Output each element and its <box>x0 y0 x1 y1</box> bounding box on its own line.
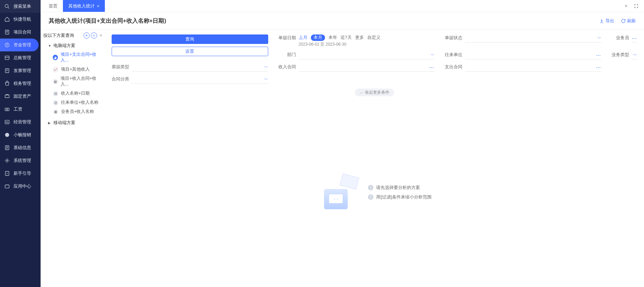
close-all-icon[interactable]: × <box>622 2 630 10</box>
svg-rect-14 <box>5 185 9 188</box>
more-icon[interactable]: ⋯ <box>632 36 637 41</box>
income-contract-select[interactable]: ⋯ <box>299 64 435 72</box>
sidebar-item-label: 发票管理 <box>14 68 31 74</box>
sidebar-item-xiaochang[interactable]: 小畅报销 <box>0 128 41 141</box>
sidebar-item-tax[interactable]: 税务管理 <box>0 77 41 90</box>
fullscreen-icon[interactable] <box>632 2 640 10</box>
bar-icon: ▥ <box>53 100 58 105</box>
add-plan-button[interactable]: + <box>84 32 90 39</box>
export-icon <box>599 19 604 23</box>
sidebar-item-fund-mgmt[interactable]: 资金管理 <box>0 39 39 51</box>
tab-label: 首页 <box>49 3 58 9</box>
query-button[interactable]: 查询 <box>112 34 268 44</box>
sidebar-item-project-contract[interactable]: 项目合同 <box>0 26 41 39</box>
dept-select[interactable]: ﹀ <box>299 51 435 59</box>
sidebar-item-label: 经营管理 <box>14 119 31 125</box>
more-icon[interactable]: ⋯ <box>596 65 601 70</box>
chevron-down-icon: ﹀ <box>597 35 601 41</box>
sidebar-item-search[interactable]: 搜索菜单 <box>0 0 41 13</box>
tree-group-pc[interactable]: ▼电脑端方案 <box>43 41 104 50</box>
sidebar-item-ledger[interactable]: 总账管理 <box>0 51 41 64</box>
info-icon <box>4 145 10 151</box>
sidebar-item-label: 搜索菜单 <box>14 3 31 9</box>
tab-home[interactable]: 首页 <box>43 0 63 12</box>
tabs-bar: 首页 其他收入统计× × <box>41 0 644 12</box>
sidebar-item-sys-mgmt[interactable]: 系统管理 <box>0 154 41 167</box>
export-button[interactable]: 导出 <box>599 18 614 24</box>
invoice-icon <box>4 68 10 74</box>
empty-illustration: - - <box>317 175 358 209</box>
sidebar-item-basic-info[interactable]: 基础信息 <box>0 141 41 154</box>
tree-item-p6[interactable]: ▣业务员+收入名称 <box>43 107 104 116</box>
svg-rect-3 <box>5 56 9 60</box>
empty-state: - - 1请先选择要分析的方案 2用[过滤]条件来缩小分析范围 <box>105 98 644 287</box>
sidebar-item-label: 应用中心 <box>14 183 31 189</box>
salary-icon <box>4 106 10 112</box>
collapse-panel-button[interactable]: « <box>98 32 104 39</box>
main-area: 首页 其他收入统计× × 其他收入统计(项目+支出合同+收入名称+日期) 导出 … <box>41 0 644 287</box>
tab-other-income[interactable]: 其他收入统计× <box>63 0 105 12</box>
tax-icon <box>4 80 10 87</box>
collapse-filters-button[interactable]: ︿收起更多条件 <box>355 89 394 96</box>
gear-icon <box>4 158 10 164</box>
tree-item-p3[interactable]: ▦项目+收入合同+收入... <box>43 74 104 89</box>
chevron-down-icon: ﹀ <box>431 52 435 58</box>
more-icon[interactable]: ⋯ <box>596 53 601 58</box>
sidebar-item-guide[interactable]: 新手引导 <box>0 167 41 180</box>
svg-rect-6 <box>5 108 9 111</box>
fund-icon <box>4 42 10 48</box>
status-select[interactable]: ﹀ <box>465 34 601 43</box>
sidebar-item-salary[interactable]: 工资 <box>0 103 41 116</box>
svg-point-15 <box>94 35 95 36</box>
list-icon: ▣ <box>53 109 58 115</box>
biztype-select[interactable]: ﹀ <box>632 51 637 59</box>
sidebar-item-invoice[interactable]: 发票管理 <box>0 64 41 77</box>
plan-panel: 按以下方案查询 + « ▼电脑端方案 ◕项目+支出合同+收入... 📈项目+其他… <box>41 30 105 287</box>
date-tab-lastmonth[interactable]: 上月 <box>299 35 307 41</box>
step-badge-1: 1 <box>368 185 373 190</box>
date-tab-more[interactable]: 更多 <box>355 35 364 41</box>
page-title: 其他收入统计(项目+支出合同+收入名称+日期) <box>49 17 166 25</box>
filter-label-ticket: 票据类型 <box>112 64 132 70</box>
asset-icon <box>4 93 10 99</box>
guide-icon <box>4 170 10 176</box>
chart-icon: 📈 <box>53 67 58 72</box>
close-icon[interactable]: × <box>97 3 99 9</box>
filter-label-partner: 往来单位 <box>445 51 465 58</box>
refresh-button[interactable]: 刷新 <box>621 18 636 24</box>
filter-area: 单据日期 上月 本月 本年 近7天 更多 自定义 2023-06-01 至 20… <box>105 30 644 287</box>
sidebar-item-biz-mgmt[interactable]: 经营管理 <box>0 116 41 128</box>
svg-rect-5 <box>5 95 9 98</box>
tree-item-p1[interactable]: ◕项目+支出合同+收入... <box>43 50 104 65</box>
calendar-icon: ▤ <box>53 91 58 96</box>
expense-contract-select[interactable]: ⋯ <box>465 64 601 72</box>
date-tab-7days[interactable]: 近7天 <box>341 35 352 41</box>
date-tab-custom[interactable]: 自定义 <box>367 35 381 41</box>
salesman-select[interactable]: ⋯ <box>632 34 637 43</box>
sidebar-item-quicknav[interactable]: 快捷导航 <box>0 13 41 26</box>
ticket-select[interactable]: ﹀ <box>132 64 268 72</box>
empty-step-text: 请先选择要分析的方案 <box>376 185 420 191</box>
more-icon[interactable]: ⋯ <box>429 65 435 70</box>
sidebar: 搜索菜单 快捷导航 项目合同 资金管理 总账管理 发票管理 税务管理 固定资产 … <box>0 0 41 287</box>
sidebar-item-app-center[interactable]: 应用中心 <box>0 180 41 193</box>
settings-button[interactable]: 设置 <box>112 47 268 56</box>
plan-settings-button[interactable] <box>91 32 97 39</box>
chevron-down-icon: ﹀ <box>264 77 268 82</box>
filter-label-dept: 部门 <box>278 51 299 58</box>
chevron-down-icon: ﹀ <box>264 65 268 70</box>
contract-class-select[interactable]: ﹀ <box>132 76 268 84</box>
sidebar-item-fixed-asset[interactable]: 固定资产 <box>0 90 41 103</box>
date-tab-thismonth[interactable]: 本月 <box>311 34 325 41</box>
svg-point-9 <box>5 133 9 137</box>
tree-item-p5[interactable]: ▥往来单位+收入名称 <box>43 98 104 107</box>
tree-item-p2[interactable]: 📈项目+其他收入 <box>43 65 104 74</box>
sidebar-item-label: 总账管理 <box>14 55 31 61</box>
tree-item-p4[interactable]: ▤收入名称+日期 <box>43 89 104 98</box>
tree-group-mobile[interactable]: ▶移动端方案 <box>43 118 104 127</box>
partner-select[interactable]: ⋯ <box>465 51 601 59</box>
plan-panel-title: 按以下方案查询 <box>43 32 74 39</box>
date-tab-thisyear[interactable]: 本年 <box>328 35 337 41</box>
home-icon <box>4 16 10 22</box>
sidebar-item-label: 固定资产 <box>14 93 31 99</box>
